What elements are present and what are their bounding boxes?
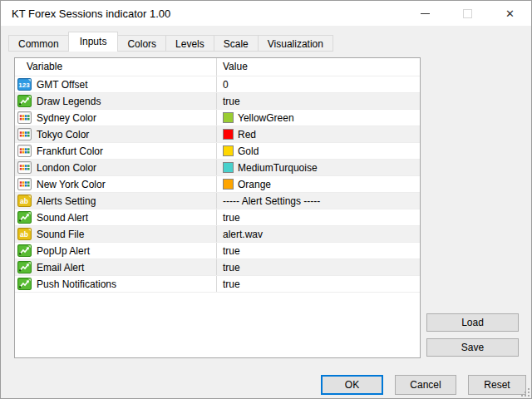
cancel-button[interactable]: Cancel xyxy=(395,375,456,395)
variable-name: Frankfurt Color xyxy=(37,145,103,157)
variable-cell: Tokyo Color xyxy=(15,126,216,142)
color-swatch xyxy=(223,112,234,123)
variable-name: London Color xyxy=(37,162,96,174)
color-swatch xyxy=(223,129,234,140)
variable-cell: PopUp Alert xyxy=(15,243,216,259)
variable-value: 0 xyxy=(223,79,229,91)
window-title: KT Forex Sessions indicator 1.00 xyxy=(1,7,170,20)
variable-value: alert.wav xyxy=(223,229,263,240)
value-cell[interactable]: true xyxy=(216,259,420,275)
variable-name: Sound Alert xyxy=(37,212,88,224)
bool-icon xyxy=(17,95,32,107)
tab-strip: CommonInputsColorsLevelsScaleVisualizati… xyxy=(8,32,332,52)
color-icon xyxy=(17,128,32,140)
variable-cell: Draw Legends xyxy=(15,93,216,109)
variable-cell: Frankfurt Color xyxy=(15,143,216,159)
table-row[interactable]: Tokyo ColorRed xyxy=(15,126,420,143)
title-bar: KT Forex Sessions indicator 1.00 ✕ xyxy=(1,1,531,26)
table-row[interactable]: New York ColorOrange xyxy=(15,176,420,193)
table-row[interactable]: Sydney ColorYellowGreen xyxy=(15,110,420,126)
value-cell[interactable]: Gold xyxy=(216,143,420,159)
tab-colors[interactable]: Colors xyxy=(117,35,166,52)
variable-name: Push Notifications xyxy=(37,278,116,290)
table-row[interactable]: abSound Filealert.wav xyxy=(15,226,420,243)
variable-value: true xyxy=(223,212,240,224)
table-row[interactable]: London ColorMediumTurquoise xyxy=(15,160,420,176)
reset-button[interactable]: Reset xyxy=(468,375,526,395)
tab-common[interactable]: Common xyxy=(8,35,69,52)
value-cell[interactable]: true xyxy=(216,276,420,292)
variable-value: true xyxy=(223,278,240,290)
value-cell[interactable]: MediumTurquoise xyxy=(216,160,420,175)
value-cell[interactable]: Orange xyxy=(216,176,420,192)
variable-cell: Push Notifications xyxy=(15,276,216,292)
tab-inputs[interactable]: Inputs xyxy=(68,32,119,52)
svg-text:ab: ab xyxy=(20,230,28,239)
string-icon: ab xyxy=(17,195,32,207)
color-icon xyxy=(17,161,32,174)
bool-icon xyxy=(17,278,32,290)
save-button[interactable]: Save xyxy=(426,338,519,357)
value-cell[interactable]: 0 xyxy=(216,76,420,92)
resize-grip-icon[interactable] xyxy=(521,388,530,397)
variable-cell: New York Color xyxy=(15,176,216,192)
minimize-icon xyxy=(421,13,430,14)
column-header-variable[interactable]: Variable xyxy=(15,58,216,76)
variable-name: GMT Offset xyxy=(37,79,88,91)
value-cell[interactable]: true xyxy=(216,209,420,225)
variable-value: true xyxy=(223,245,240,257)
table-row[interactable]: abAlerts Setting----- Alert Settings ---… xyxy=(15,193,420,209)
tab-visualization[interactable]: Visualization xyxy=(258,35,333,52)
variable-cell: Sound Alert xyxy=(15,209,216,225)
color-icon xyxy=(17,178,32,190)
value-cell[interactable]: alert.wav xyxy=(216,226,420,242)
value-cell[interactable]: true xyxy=(216,93,420,109)
variable-name: Draw Legends xyxy=(37,96,101,107)
column-header-value[interactable]: Value xyxy=(216,58,420,76)
variable-cell: 123GMT Offset xyxy=(15,76,216,92)
value-cell[interactable]: true xyxy=(216,243,420,259)
variable-cell: Sydney Color xyxy=(15,110,216,126)
maximize-button xyxy=(446,1,489,26)
variable-cell: London Color xyxy=(15,160,216,175)
variable-value: YellowGreen xyxy=(238,112,294,124)
close-button[interactable]: ✕ xyxy=(489,1,531,26)
table-row[interactable]: PopUp Alerttrue xyxy=(15,243,420,259)
caption-buttons: ✕ xyxy=(404,1,531,26)
variable-value: Gold xyxy=(238,145,259,157)
table-body: 123GMT Offset0Draw LegendstrueSydney Col… xyxy=(15,76,420,293)
table-row[interactable]: Draw Legendstrue xyxy=(15,93,420,110)
bool-icon xyxy=(17,261,32,273)
value-cell[interactable]: ----- Alert Settings ----- xyxy=(216,193,420,209)
table-row[interactable]: 123GMT Offset0 xyxy=(15,76,420,93)
tab-levels[interactable]: Levels xyxy=(165,35,214,52)
color-icon xyxy=(17,111,32,124)
tab-scale[interactable]: Scale xyxy=(214,35,259,52)
load-button[interactable]: Load xyxy=(426,313,519,332)
variable-cell: Email Alert xyxy=(15,259,216,275)
value-cell[interactable]: YellowGreen xyxy=(216,110,420,126)
variable-value: Orange xyxy=(238,179,271,190)
variable-value: true xyxy=(223,262,240,273)
variable-name: Alerts Setting xyxy=(37,195,96,207)
table-row[interactable]: Email Alerttrue xyxy=(15,259,420,276)
variable-value: Red xyxy=(238,129,256,140)
minimize-button[interactable] xyxy=(404,1,446,26)
table-row[interactable]: Push Notificationstrue xyxy=(15,276,420,293)
variable-value: MediumTurquoise xyxy=(238,162,318,174)
table-row[interactable]: Frankfurt ColorGold xyxy=(15,143,420,160)
svg-text:123: 123 xyxy=(18,81,30,89)
variable-value: ----- Alert Settings ----- xyxy=(223,195,320,207)
string-icon: ab xyxy=(17,228,32,240)
value-cell[interactable]: Red xyxy=(216,126,420,142)
color-swatch xyxy=(223,179,234,190)
ok-button[interactable]: OK xyxy=(321,375,383,395)
variable-cell: abAlerts Setting xyxy=(15,193,216,209)
bool-icon xyxy=(17,211,32,224)
dialog-window: KT Forex Sessions indicator 1.00 ✕ Commo… xyxy=(0,0,532,399)
bool-icon xyxy=(17,244,32,257)
table-row[interactable]: Sound Alerttrue xyxy=(15,209,420,226)
svg-text:ab: ab xyxy=(20,197,28,205)
variable-name: Sound File xyxy=(37,229,84,240)
variable-name: Email Alert xyxy=(37,262,84,273)
